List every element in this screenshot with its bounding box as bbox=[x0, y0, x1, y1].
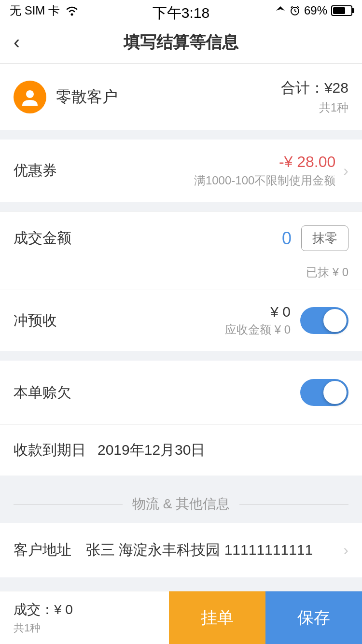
footer-deal-value: ¥ 0 bbox=[54, 602, 73, 617]
gap-1 bbox=[0, 130, 362, 140]
total-amount: 合计：¥28 bbox=[281, 78, 348, 98]
due-date-row[interactable]: 收款到期日 2019年12月30日 bbox=[0, 424, 362, 476]
address-row[interactable]: 客户地址 张三 海淀永丰科技园 11111111111 › bbox=[0, 523, 362, 577]
prepay-toggle[interactable] bbox=[300, 307, 348, 334]
page-title: 填写结算等信息 bbox=[124, 31, 238, 54]
footer-deal: 成交：¥ 0 bbox=[14, 601, 155, 619]
back-button[interactable]: ‹ bbox=[14, 31, 20, 53]
svg-line-4 bbox=[291, 6, 292, 8]
debt-label: 本单赊欠 bbox=[14, 383, 71, 403]
battery-percent: 69% bbox=[304, 4, 327, 17]
debt-toggle-knob bbox=[323, 381, 347, 404]
prepay-sub: 应收金额 ¥ 0 bbox=[225, 322, 291, 337]
address-value: 张三 海淀永丰科技园 11111111111 bbox=[86, 540, 343, 560]
deal-amount-sub: 已抹 ¥ 0 bbox=[0, 265, 362, 290]
prepay-label: 冲预收 bbox=[14, 311, 57, 331]
status-left: 无 SIM 卡 bbox=[10, 3, 79, 18]
customer-info: 零散客户 bbox=[14, 81, 118, 113]
logistics-header: 物流 & 其他信息 bbox=[0, 485, 362, 523]
toggle-knob bbox=[323, 309, 347, 332]
prepay-right: ¥ 0 应收金额 ¥ 0 bbox=[225, 304, 348, 337]
prepay-row: 冲预收 ¥ 0 应收金额 ¥ 0 bbox=[0, 290, 362, 351]
footer: 成交：¥ 0 共1种 挂单 保存 bbox=[0, 591, 362, 644]
coupon-discount: -¥ 28.00 bbox=[194, 153, 335, 171]
due-date-label: 收款到期日 bbox=[14, 440, 86, 460]
coupon-right: -¥ 28.00 满1000-100不限制使用金额 › bbox=[194, 153, 348, 188]
deal-amount-right: 0 抹零 bbox=[282, 225, 348, 251]
address-section: 客户地址 张三 海淀永丰科技园 11111111111 › bbox=[0, 523, 362, 577]
customer-total: 合计：¥28 共1种 bbox=[281, 78, 348, 115]
status-right: 69% bbox=[275, 4, 352, 17]
footer-count: 共1种 bbox=[14, 621, 155, 635]
no-sim-label: 无 SIM 卡 bbox=[10, 3, 60, 18]
svg-line-5 bbox=[297, 6, 299, 8]
deal-amount-label: 成交金额 bbox=[14, 228, 71, 248]
status-time: 下午3:18 bbox=[153, 3, 209, 23]
coupon-label: 优惠券 bbox=[14, 161, 57, 181]
person-icon bbox=[20, 87, 40, 107]
content-area: 零散客户 合计：¥28 共1种 优惠券 -¥ 28.00 满1000-100不限… bbox=[0, 64, 362, 644]
nav-bar: ‹ 填写结算等信息 bbox=[0, 21, 362, 64]
avatar bbox=[14, 81, 46, 113]
deal-amount-row: 成交金额 0 抹零 bbox=[0, 211, 362, 265]
footer-deal-label: 成交： bbox=[14, 602, 54, 617]
prepay-amount: ¥ 0 bbox=[225, 304, 291, 320]
deal-section: 成交金额 0 抹零 已抹 ¥ 0 冲预收 ¥ 0 应收金额 ¥ 0 bbox=[0, 211, 362, 351]
alarm-icon bbox=[290, 5, 300, 16]
prepay-amount-block: ¥ 0 应收金额 ¥ 0 bbox=[225, 304, 291, 337]
coupon-section: 优惠券 -¥ 28.00 满1000-100不限制使用金额 › bbox=[0, 140, 362, 202]
coupon-condition: 满1000-100不限制使用金额 bbox=[194, 173, 335, 188]
customer-row: 零散客户 合计：¥28 共1种 bbox=[0, 64, 362, 130]
debt-toggle[interactable] bbox=[300, 379, 348, 406]
debt-row: 本单赊欠 bbox=[0, 361, 362, 424]
gap-3 bbox=[0, 351, 362, 361]
total-count: 共1种 bbox=[281, 100, 348, 115]
status-bar: 无 SIM 卡 下午3:18 69% bbox=[0, 0, 362, 21]
logistics-line-right bbox=[239, 504, 348, 504]
footer-info: 成交：¥ 0 共1种 bbox=[0, 601, 169, 635]
address-chevron: › bbox=[343, 541, 348, 559]
gap-4 bbox=[0, 476, 362, 485]
battery-icon bbox=[331, 5, 352, 16]
due-date-value: 2019年12月30日 bbox=[97, 440, 205, 460]
logistics-line-left bbox=[14, 504, 123, 504]
deal-amount-value: 0 bbox=[282, 228, 292, 249]
customer-name: 零散客户 bbox=[56, 86, 118, 108]
debt-section: 本单赊欠 收款到期日 2019年12月30日 bbox=[0, 361, 362, 476]
round-zero-button[interactable]: 抹零 bbox=[301, 225, 348, 251]
svg-line-3 bbox=[295, 11, 296, 12]
customer-section: 零散客户 合计：¥28 共1种 bbox=[0, 64, 362, 130]
logistics-text: 物流 & 其他信息 bbox=[132, 495, 230, 513]
svg-point-0 bbox=[71, 14, 73, 16]
coupon-chevron: › bbox=[343, 162, 348, 180]
gap-2 bbox=[0, 202, 362, 211]
hold-button[interactable]: 挂单 bbox=[169, 591, 265, 644]
svg-point-6 bbox=[26, 90, 34, 98]
coupon-row[interactable]: 优惠券 -¥ 28.00 满1000-100不限制使用金额 › bbox=[0, 140, 362, 202]
save-button[interactable]: 保存 bbox=[265, 591, 362, 644]
wifi-icon bbox=[65, 5, 79, 16]
address-label: 客户地址 bbox=[14, 540, 71, 560]
location-icon bbox=[275, 5, 286, 16]
